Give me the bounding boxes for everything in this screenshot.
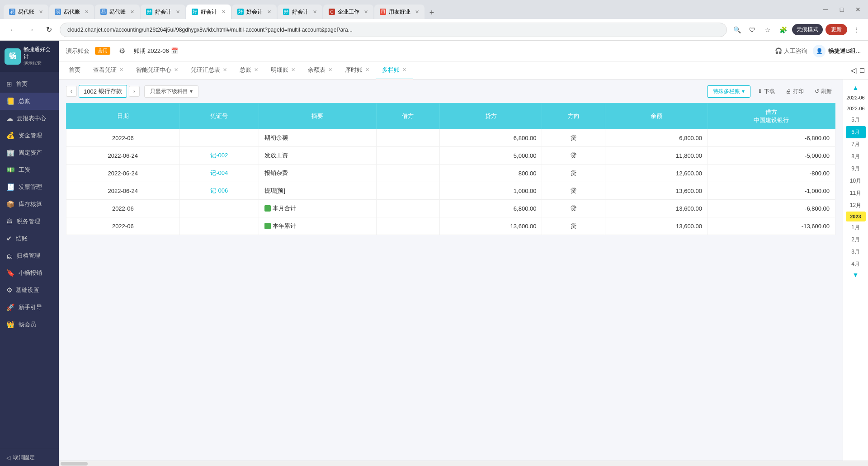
cell-voucher-3[interactable]: 记-006: [179, 182, 259, 200]
cell-voucher-2[interactable]: 记-004: [179, 165, 259, 182]
browser-tab-6[interactable]: 好 好会计 ✕: [232, 5, 277, 19]
expand-panel-button[interactable]: □: [860, 66, 864, 75]
tab-close-4[interactable]: ✕: [176, 9, 180, 15]
month-may[interactable]: 5月: [846, 114, 866, 126]
minimize-button[interactable]: ─: [819, 3, 832, 16]
browser-tab-9[interactable]: 用 用友好业 ✕: [374, 5, 425, 19]
tab-close-6[interactable]: ✕: [267, 9, 271, 15]
tab-detail-ledger-close[interactable]: ✕: [291, 67, 295, 73]
browser-tab-5[interactable]: 好 好会计 ✕: [186, 5, 231, 19]
tab-close-7[interactable]: ✕: [313, 9, 317, 15]
calendar-icon[interactable]: 📅: [171, 47, 178, 54]
address-input[interactable]: [60, 23, 727, 37]
help-button[interactable]: 🎧 人工咨询: [775, 47, 807, 55]
month-jun[interactable]: 6月: [846, 126, 866, 138]
account-next-button[interactable]: ›: [129, 86, 140, 97]
tab-multi-column-close[interactable]: ✕: [402, 67, 406, 73]
month-oct[interactable]: 10月: [846, 175, 866, 187]
tab-chronological-close[interactable]: ✕: [365, 67, 369, 73]
browser-tab-8[interactable]: C 企业工作 ✕: [323, 5, 373, 19]
tab-close-8[interactable]: ✕: [364, 9, 368, 15]
horizontal-scrollbar[interactable]: [59, 461, 868, 466]
browser-tab-4[interactable]: 好 好会计 ✕: [141, 5, 185, 19]
tab-home[interactable]: 首页: [62, 61, 87, 80]
print-button[interactable]: 🖨 打印: [782, 86, 807, 97]
month-mar[interactable]: 3月: [846, 246, 866, 258]
sidebar-item-closing[interactable]: ✔ 结账: [0, 230, 59, 247]
sidebar-pin-toggle[interactable]: ◁ 取消固定: [0, 449, 59, 466]
tab-balance-close[interactable]: ✕: [328, 67, 332, 73]
browser-tab-7[interactable]: 好 好会计 ✕: [278, 5, 322, 19]
refresh-button[interactable]: ↺ 刷新: [811, 86, 835, 97]
browser-tab-1[interactable]: 易 易代账 ✕: [4, 5, 48, 19]
month-jan[interactable]: 1月: [846, 221, 866, 234]
scroll-down-button[interactable]: ▼: [849, 270, 862, 279]
tab-voucher-view-close[interactable]: ✕: [119, 67, 123, 73]
collapse-panel-button[interactable]: ◁: [851, 66, 856, 75]
tab-smart-voucher-close[interactable]: ✕: [174, 67, 178, 73]
sidebar-item-invoice[interactable]: 🧾 发票管理: [0, 179, 59, 196]
month-sep[interactable]: 9月: [846, 163, 866, 175]
back-button[interactable]: ←: [5, 23, 20, 37]
scroll-up-button[interactable]: ▲: [849, 83, 862, 92]
user-info[interactable]: 👤 畅捷通B组...: [813, 45, 861, 57]
month-feb[interactable]: 2月: [846, 234, 866, 246]
star-icon[interactable]: ☆: [761, 24, 774, 36]
tab-voucher-view[interactable]: 查看凭证 ✕: [87, 61, 130, 80]
month-apr[interactable]: 4月: [846, 258, 866, 270]
voucher-link-2[interactable]: 记-004: [210, 169, 228, 176]
tab-balance[interactable]: 余额表 ✕: [302, 61, 339, 80]
sidebar-item-cloud-report[interactable]: ☁ 云报表中心: [0, 110, 59, 127]
shield-icon[interactable]: 🛡: [746, 24, 759, 36]
voucher-link-3[interactable]: 记-006: [210, 187, 228, 194]
tab-general-ledger[interactable]: 总账 ✕: [233, 61, 264, 80]
sidebar-item-funds[interactable]: 💰 资金管理: [0, 127, 59, 144]
forward-button[interactable]: →: [24, 23, 38, 37]
account-prev-button[interactable]: ‹: [66, 86, 77, 97]
new-tab-button[interactable]: +: [425, 6, 438, 19]
sidebar-item-inventory[interactable]: 📦 库存核算: [0, 196, 59, 213]
tab-close-3[interactable]: ✕: [130, 9, 134, 15]
close-window-button[interactable]: ✕: [852, 3, 864, 16]
sidebar-item-settings[interactable]: ⚙ 基础设置: [0, 282, 59, 299]
tab-chronological[interactable]: 序时账 ✕: [339, 61, 376, 80]
sidebar-item-payroll[interactable]: 💵 工资: [0, 161, 59, 179]
sidebar-item-tax[interactable]: 🏛 税务管理: [0, 213, 59, 230]
maximize-button[interactable]: □: [835, 3, 848, 16]
month-nov[interactable]: 11月: [846, 187, 866, 199]
special-ledger-button[interactable]: 特殊多栏账 ▾: [707, 85, 750, 98]
account-selector[interactable]: 1002 银行存款: [79, 85, 127, 98]
settings-gear-icon[interactable]: ⚙: [116, 45, 128, 57]
sidebar-item-expense[interactable]: 🔖 小畅报销: [0, 264, 59, 282]
tab-voucher-summary[interactable]: 凭证汇总表 ✕: [184, 61, 233, 80]
filter-subcategory-button[interactable]: 只显示下级科目 ▾: [144, 85, 198, 98]
cell-voucher-1[interactable]: 记-002: [179, 147, 259, 165]
menu-icon[interactable]: ⋮: [850, 24, 863, 36]
incognito-button[interactable]: 无痕模式: [792, 24, 823, 35]
tab-detail-ledger[interactable]: 明细账 ✕: [264, 61, 302, 80]
sidebar-item-archive[interactable]: 🗂 归档管理: [0, 247, 59, 264]
sidebar-item-ledger[interactable]: 📒 总账: [0, 93, 59, 110]
voucher-link-1[interactable]: 记-002: [210, 152, 228, 159]
tab-general-ledger-close[interactable]: ✕: [254, 67, 258, 73]
month-dec[interactable]: 12月: [846, 199, 866, 212]
extension-icon[interactable]: 🧩: [777, 24, 789, 36]
browser-tab-2[interactable]: 易 易代账 ✕: [49, 5, 94, 19]
download-button[interactable]: ⬇ 下载: [754, 86, 778, 97]
tab-close-1[interactable]: ✕: [39, 9, 43, 15]
search-icon[interactable]: 🔍: [731, 24, 743, 36]
sidebar-item-fixed-assets[interactable]: 🏢 固定资产: [0, 144, 59, 161]
tab-close-9[interactable]: ✕: [415, 9, 419, 15]
sidebar-item-guide[interactable]: 🚀 新手引导: [0, 299, 59, 316]
tab-smart-voucher[interactable]: 智能凭证中心 ✕: [130, 61, 184, 80]
browser-tab-3[interactable]: 易 易代账 ✕: [95, 5, 140, 19]
month-aug[interactable]: 8月: [846, 151, 866, 163]
sidebar-item-member[interactable]: 👑 畅会员: [0, 316, 59, 333]
tab-close-2[interactable]: ✕: [85, 9, 89, 15]
tab-multi-column[interactable]: 多栏账 ✕: [376, 61, 413, 80]
account-type-tag[interactable]: 营用: [95, 47, 110, 55]
reload-button[interactable]: ↻: [42, 23, 56, 37]
month-jul[interactable]: 7月: [846, 138, 866, 151]
scrollbar-thumb[interactable]: [61, 462, 88, 466]
update-button[interactable]: 更新: [826, 24, 847, 35]
